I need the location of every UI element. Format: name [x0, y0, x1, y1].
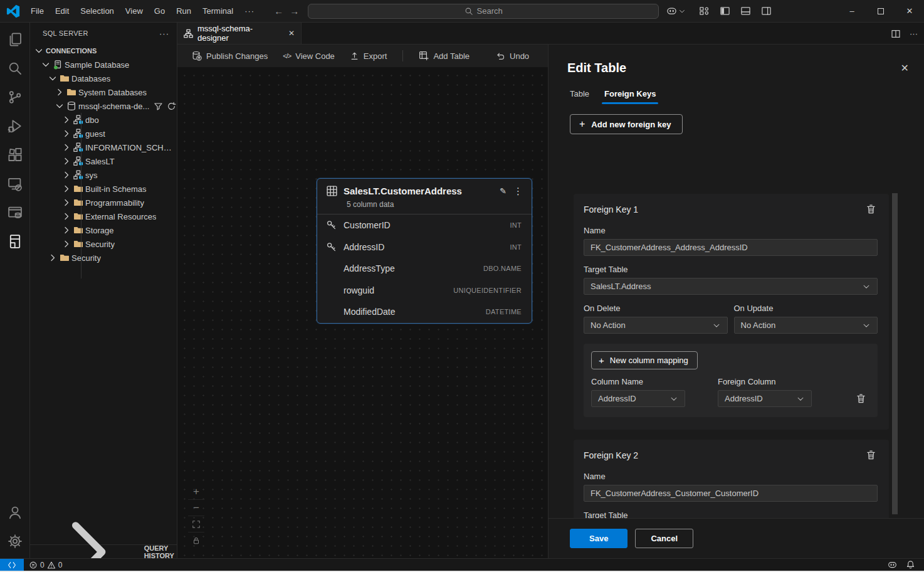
export-button[interactable]: Export: [344, 48, 393, 64]
menu-edit[interactable]: Edit: [50, 4, 75, 19]
tree-item-security-outer[interactable]: Security: [30, 251, 177, 265]
window-minimize-button[interactable]: –: [837, 0, 866, 22]
search-view-icon[interactable]: [0, 54, 30, 83]
menu-view[interactable]: View: [120, 4, 149, 19]
nav-forward-icon[interactable]: →: [290, 6, 299, 16]
tab-foreign-keys[interactable]: Foreign Keys: [604, 89, 656, 104]
tree-item-storage[interactable]: Storage: [30, 223, 177, 237]
mapping-column-select[interactable]: AddressID: [591, 390, 685, 407]
tree-item-builtin-schemas[interactable]: Built-in Schemas: [30, 182, 177, 196]
edit-table-panel: Edit Table ✕ Table Foreign Keys + Add ne…: [549, 45, 924, 558]
accounts-icon[interactable]: [0, 498, 30, 527]
fk2-name-input[interactable]: [584, 485, 878, 502]
cancel-button[interactable]: Cancel: [635, 529, 693, 548]
schema-designer-view-icon[interactable]: [0, 227, 30, 256]
toolbar-separator: [402, 50, 403, 61]
tree-section-query-history[interactable]: QUERY HISTORY: [30, 544, 177, 558]
problems-status[interactable]: 0 0: [24, 559, 67, 571]
tree-item-databases[interactable]: Databases: [30, 72, 177, 85]
split-editor-icon[interactable]: [891, 29, 901, 39]
tree-section-connections[interactable]: CONNECTIONS: [30, 44, 177, 58]
panel-scrollbar[interactable]: [892, 193, 898, 514]
fk1-target-table-select[interactable]: SalesLT.Address: [584, 278, 878, 295]
toggle-panel-button[interactable]: [738, 4, 753, 18]
remote-explorer-icon[interactable]: [0, 169, 30, 198]
toggle-primary-sidebar-button[interactable]: [718, 4, 732, 18]
filter-icon[interactable]: [154, 102, 163, 111]
table-column-row[interactable]: AddressType DBO.NAME: [317, 258, 532, 280]
edit-table-pencil-icon[interactable]: ✎: [500, 186, 507, 196]
sidebar-more-actions[interactable]: ···: [159, 29, 169, 38]
code-icon: </>: [283, 52, 291, 60]
table-column-row[interactable]: CustomerID INT: [317, 214, 532, 236]
explorer-icon[interactable]: [0, 25, 30, 54]
save-button[interactable]: Save: [570, 529, 627, 548]
tree-item-mssql-schema-database[interactable]: mssql-schema-de...: [30, 99, 177, 113]
window-maximize-button[interactable]: [866, 0, 895, 22]
zoom-in-button[interactable]: +: [188, 484, 204, 500]
copilot-status-icon[interactable]: [888, 560, 897, 569]
schema-icon: [73, 170, 83, 180]
tab-table[interactable]: Table: [570, 89, 589, 104]
menu-run[interactable]: Run: [171, 4, 197, 19]
title-bar: File Edit Selection View Go Run Terminal…: [0, 0, 924, 23]
extensions-icon[interactable]: [0, 140, 30, 169]
window-close-button[interactable]: ✕: [895, 0, 924, 22]
tree-item-guest[interactable]: guest: [30, 127, 177, 140]
tree-item-sys[interactable]: sys: [30, 168, 177, 182]
tree-item-external-resources[interactable]: External Resources: [30, 209, 177, 223]
tree-item-sample-database[interactable]: Sample Database: [30, 58, 177, 72]
table-column-row[interactable]: rowguid UNIQUEIDENTIFIER: [317, 280, 532, 302]
refresh-icon[interactable]: [167, 102, 176, 111]
remote-indicator[interactable]: [0, 559, 24, 571]
delete-mapping-icon[interactable]: [856, 393, 866, 404]
column-mapping-card: + New column mapping Column Name Address…: [584, 344, 878, 417]
new-column-mapping-button[interactable]: + New column mapping: [591, 351, 698, 369]
add-foreign-key-button[interactable]: + Add new foreign key: [570, 114, 683, 134]
table-column-row[interactable]: ModifiedDate DATETIME: [317, 301, 532, 323]
table-node-customeraddress[interactable]: SalesLT.CustomerAddress ✎ ⋮ 5 column dat…: [317, 178, 532, 324]
menu-overflow[interactable]: ···: [239, 6, 260, 16]
schema-canvas[interactable]: SalesLT.CustomerAddress ✎ ⋮ 5 column dat…: [177, 67, 548, 558]
menu-go[interactable]: Go: [149, 4, 171, 19]
settings-gear-icon[interactable]: [0, 527, 30, 556]
menu-terminal[interactable]: Terminal: [197, 4, 239, 19]
fk1-on-delete-select[interactable]: No Action: [584, 317, 728, 334]
customize-layout-button[interactable]: [697, 4, 711, 18]
fit-view-button[interactable]: [188, 516, 204, 532]
zoom-out-button[interactable]: −: [188, 500, 204, 516]
menu-file[interactable]: File: [25, 4, 50, 19]
delete-foreign-key-icon[interactable]: [866, 204, 876, 214]
publish-changes-button[interactable]: Publish Changes: [186, 48, 273, 64]
menu-selection[interactable]: Selection: [75, 4, 119, 19]
copilot-menu[interactable]: [666, 6, 686, 16]
editor-more-actions[interactable]: ···: [910, 29, 918, 38]
fk1-on-update-select[interactable]: No Action: [734, 317, 878, 334]
sql-server-view-icon[interactable]: [0, 198, 30, 227]
add-table-button[interactable]: Add Table: [413, 48, 475, 64]
table-node-kebab-icon[interactable]: ⋮: [512, 186, 524, 197]
undo-button[interactable]: Undo: [490, 48, 535, 64]
lock-canvas-button[interactable]: [188, 532, 204, 549]
tree-item-dbo[interactable]: dbo: [30, 113, 177, 127]
run-debug-icon[interactable]: [0, 112, 30, 140]
delete-foreign-key-icon[interactable]: [866, 450, 876, 460]
notifications-bell-icon[interactable]: [906, 560, 915, 569]
tree-item-saleslt[interactable]: SalesLT: [30, 154, 177, 168]
tab-close-icon[interactable]: ✕: [288, 29, 295, 38]
table-column-row[interactable]: AddressID INT: [317, 236, 532, 258]
fk1-name-input[interactable]: [584, 239, 878, 256]
tree-item-programmability[interactable]: Programmability: [30, 196, 177, 209]
tree-item-security-inner[interactable]: Security: [30, 237, 177, 251]
remote-icon: [8, 561, 16, 569]
source-control-icon[interactable]: [0, 83, 30, 112]
command-center-search[interactable]: Search: [308, 4, 659, 19]
toggle-secondary-sidebar-button[interactable]: [759, 4, 774, 18]
nav-back-icon[interactable]: ←: [274, 6, 283, 16]
mapping-foreign-select[interactable]: AddressID: [718, 390, 812, 407]
tab-mssql-schema-designer[interactable]: mssql-schema-designer ✕: [177, 23, 302, 44]
tree-item-system-databases[interactable]: System Databases: [30, 85, 177, 99]
panel-close-icon[interactable]: ✕: [901, 62, 909, 74]
tree-item-information-schema[interactable]: INFORMATION_SCHEMA: [30, 140, 177, 154]
view-code-button[interactable]: </> View Code: [277, 48, 340, 64]
